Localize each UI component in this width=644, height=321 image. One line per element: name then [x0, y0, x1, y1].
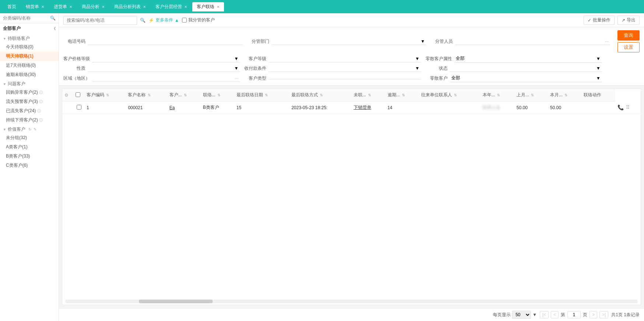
sidebar-item-ungrouped[interactable]: 未分组(32)	[0, 133, 59, 142]
my-customers-check[interactable]	[182, 18, 187, 23]
gear-icon[interactable]: ⚙	[64, 93, 69, 98]
scrollbar-thumb[interactable]	[139, 300, 213, 303]
nav-purchase-order[interactable]: 进货单 ✕	[49, 2, 77, 11]
sort-icon[interactable]: ⇅	[265, 93, 268, 97]
th-contact-count: 联络... ⇅	[201, 89, 234, 101]
close-icon[interactable]: ✕	[217, 5, 220, 9]
sort-icon[interactable]: ⇅	[497, 93, 500, 97]
sort-icon[interactable]: ⇅	[531, 93, 534, 97]
sort-icon[interactable]: ⇅	[184, 93, 187, 97]
row-name[interactable]: Ea	[167, 101, 201, 114]
sort-icon[interactable]: ⇅	[106, 93, 109, 97]
th-unlisted: 未联... ⇅	[351, 89, 385, 101]
more-action-icon[interactable]: ⠿	[626, 104, 630, 110]
status-field: 状态 ▼	[426, 65, 602, 72]
customer-level-select[interactable]: ▼	[269, 55, 421, 62]
page-size-select[interactable]: 50 100 200	[512, 311, 531, 319]
collapse-icon: 《	[52, 26, 56, 31]
search-input[interactable]	[63, 16, 137, 25]
row-checkbox[interactable]	[73, 101, 84, 114]
table-scroll[interactable]: ⚙ 客户编码 ⇅ 客户名称 ⇅	[62, 89, 641, 298]
nav-customer-stratification[interactable]: 客户分层经营 ✕	[151, 2, 192, 11]
contact-action-icon[interactable]: 📞	[617, 104, 624, 110]
filter-row-3: 性质 ▼ 收付款条件 ▼ 状态	[63, 65, 640, 72]
last-page-btn[interactable]: >|	[599, 311, 608, 318]
nav-customer-contact[interactable]: 客户联络 ✕	[192, 2, 224, 11]
search-btn[interactable]: 🔍	[140, 18, 146, 23]
sidebar-item-declining[interactable]: 持续下滑客户(2) ⓘ	[0, 115, 59, 125]
payment-select[interactable]: ▼	[269, 65, 421, 72]
nav-sales-order[interactable]: 销货单 ✕	[21, 2, 49, 11]
edit-icon[interactable]: ✎	[34, 127, 36, 131]
retail-customer-select[interactable]: 全部 ▼	[450, 74, 602, 82]
next-page-btn[interactable]: >	[589, 311, 597, 318]
page-navigation: |< < 第 页 > >|	[540, 311, 608, 318]
select-all-checkbox[interactable]	[76, 92, 80, 97]
close-icon[interactable]: ✕	[184, 5, 187, 9]
page-number-input[interactable]	[567, 311, 581, 318]
close-icon[interactable]: ✕	[69, 5, 72, 9]
close-icon[interactable]: ✕	[143, 5, 146, 9]
row-last-contact-method[interactable]: 下销货单	[351, 101, 385, 114]
my-customers-checkbox[interactable]: 我分管的客户	[182, 17, 215, 23]
set-button[interactable]: 设置	[617, 42, 640, 52]
all-customers-header[interactable]: 全部客户 《	[0, 23, 59, 34]
sort-icon[interactable]: ⇅	[564, 93, 567, 97]
chevron-down-icon: ▼	[415, 56, 420, 61]
th-this-month: 本月... ⇅	[548, 89, 581, 101]
customer-type-select[interactable]	[269, 77, 421, 79]
nav-home[interactable]: 首页	[3, 2, 21, 11]
prev-page-btn[interactable]: <	[551, 311, 559, 318]
sort-icon[interactable]: ⇅	[402, 93, 405, 97]
division-person-select[interactable]: ···	[455, 38, 610, 45]
sidebar-item-class-c[interactable]: C类客户(6)	[0, 161, 59, 170]
nav-product-analysis[interactable]: 商品分析 ✕	[77, 2, 109, 11]
retail-customer-field: 零散客户 全部 ▼	[426, 74, 602, 82]
sort-icon[interactable]: ⇅	[148, 93, 151, 97]
info-icon: ⓘ	[37, 109, 41, 113]
horizontal-scrollbar[interactable]	[65, 300, 638, 303]
first-page-btn[interactable]: |<	[540, 311, 549, 318]
table-header-row: ⚙ 客户编码 ⇅ 客户名称 ⇅	[62, 89, 641, 101]
sort-icon[interactable]: ⇅	[217, 93, 220, 97]
sidebar-item-overdue-contact[interactable]: 逾期未联络(30)	[0, 70, 59, 79]
sort-icon[interactable]: ⇅	[320, 93, 323, 97]
division-dept-select[interactable]: ▼	[272, 38, 427, 45]
sort-icon[interactable]: ⇅	[454, 93, 457, 97]
sidebar-item-class-b[interactable]: B类客户(33)	[0, 152, 59, 161]
refresh-icon[interactable]: ↻	[28, 127, 31, 131]
search-icon[interactable]: 🔍	[50, 15, 56, 21]
sidebar-item-7days-contact[interactable]: 近7天待联络(0)	[0, 61, 59, 70]
export-btn[interactable]: ↗ 导出	[617, 15, 640, 25]
th-last-month: 上月... ⇅	[514, 89, 548, 101]
sidebar-item-churn-warning[interactable]: 流失预警客户(3) ⓘ	[0, 97, 59, 106]
chevron-down-icon: ▼	[234, 66, 238, 71]
info-icon: ⓘ	[39, 90, 43, 94]
sidebar-item-repurchase-anomaly[interactable]: 回购异常客户(2) ⓘ	[0, 88, 59, 97]
row-last-contact-date: 2023-05-23 18:25:	[289, 101, 351, 114]
area-select[interactable]: ···	[92, 75, 240, 82]
nature-select[interactable]: ▼	[88, 65, 240, 72]
customer-price-level-select[interactable]: ▼	[92, 55, 240, 62]
sidebar-item-today-contact[interactable]: 今天待联络(0)	[0, 42, 59, 52]
sort-icon[interactable]: ⇅	[368, 93, 371, 97]
export-icon: ↗	[622, 18, 625, 23]
close-icon[interactable]: ✕	[102, 5, 105, 9]
close-icon[interactable]: ✕	[41, 5, 44, 9]
retail-attr-select[interactable]: 全部 ▼	[454, 55, 602, 63]
query-button[interactable]: 查询	[617, 30, 640, 41]
filter-icon: ⚡	[148, 18, 154, 23]
sidebar-item-churned[interactable]: 已流失客户(24) ⓘ	[0, 106, 59, 115]
sidebar-search-input[interactable]	[3, 15, 49, 21]
more-conditions-btn[interactable]: ⚡ 更多条件 ▲	[148, 17, 179, 23]
row-actions: 📞 ⠿	[615, 101, 641, 114]
batch-op-btn[interactable]: ✓ 批量操作	[584, 15, 615, 25]
phone-input[interactable]	[88, 38, 243, 45]
sidebar-item-tomorrow-contact[interactable]: 明天待联络(1)	[0, 52, 59, 61]
status-select[interactable]: ▼	[450, 65, 602, 72]
nav-product-analysis-list[interactable]: 商品分析列表 ✕	[110, 2, 150, 11]
sidebar-search: 🔍	[0, 13, 59, 23]
row-last-month: 50.00	[548, 101, 581, 114]
th-code: 客户编码 ⇅	[84, 89, 126, 101]
sidebar-item-class-a[interactable]: A类客户(1)	[0, 142, 59, 152]
